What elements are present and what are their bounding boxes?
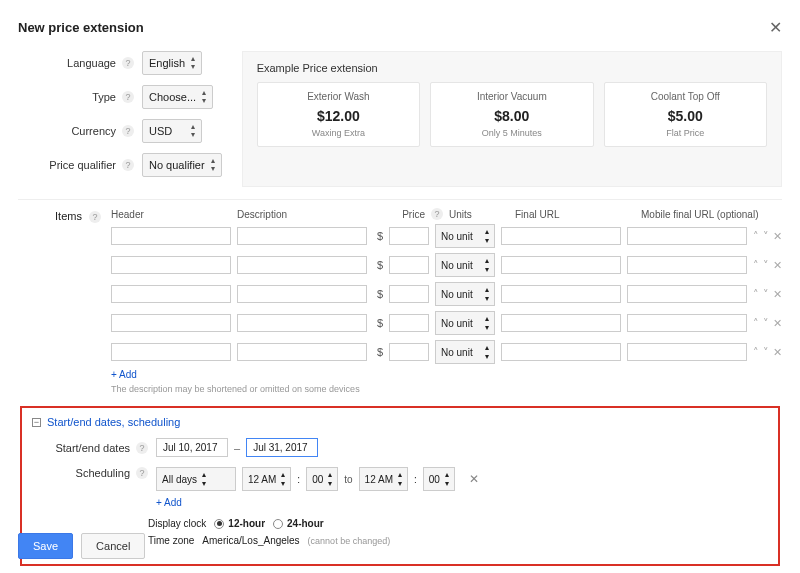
units-select[interactable]: No unit▴▾: [435, 340, 495, 364]
preview-title: Example Price extension: [257, 62, 767, 74]
units-select[interactable]: No unit▴▾: [435, 311, 495, 335]
description-input[interactable]: [237, 314, 367, 332]
help-icon[interactable]: ?: [136, 467, 148, 479]
type-select[interactable]: Choose...▴▾: [142, 85, 213, 109]
help-icon[interactable]: ?: [136, 442, 148, 454]
move-up-icon[interactable]: ˄: [753, 288, 759, 301]
final-url-input[interactable]: [501, 343, 621, 361]
description-input[interactable]: [237, 343, 367, 361]
item-row: $No unit▴▾˄˅✕: [111, 340, 782, 364]
move-down-icon[interactable]: ˅: [763, 346, 769, 359]
dates-label: Start/end dates: [32, 442, 132, 454]
header-input[interactable]: [111, 227, 231, 245]
mobile-url-input[interactable]: [627, 343, 747, 361]
timezone-value: America/Los_Angeles: [202, 535, 299, 546]
move-up-icon[interactable]: ˄: [753, 317, 759, 330]
clock-24-radio[interactable]: 24-hour: [273, 518, 324, 529]
description-input[interactable]: [237, 227, 367, 245]
description-input[interactable]: [237, 285, 367, 303]
col-price: Price: [373, 209, 425, 220]
remove-row-icon[interactable]: ✕: [773, 230, 782, 243]
col-final-url: Final URL: [515, 209, 635, 220]
currency-symbol: $: [373, 259, 383, 271]
header-input[interactable]: [111, 314, 231, 332]
add-item-link[interactable]: + Add: [111, 369, 782, 380]
header-input[interactable]: [111, 343, 231, 361]
language-select[interactable]: English▴▾: [142, 51, 202, 75]
start-date-input[interactable]: Jul 10, 2017: [156, 438, 228, 457]
remove-row-icon[interactable]: ✕: [773, 317, 782, 330]
price-input[interactable]: [389, 285, 429, 303]
add-schedule-link[interactable]: + Add: [156, 497, 479, 508]
help-icon[interactable]: ?: [89, 211, 101, 223]
units-select[interactable]: No unit▴▾: [435, 253, 495, 277]
move-up-icon[interactable]: ˄: [753, 259, 759, 272]
units-select[interactable]: No unit▴▾: [435, 224, 495, 248]
final-url-input[interactable]: [501, 227, 621, 245]
price-input[interactable]: [389, 343, 429, 361]
clock-12-radio[interactable]: 12-hour: [214, 518, 265, 529]
start-min-select[interactable]: 00▴▾: [306, 467, 338, 491]
day-select[interactable]: All days▴▾: [156, 467, 236, 491]
mobile-url-input[interactable]: [627, 256, 747, 274]
qualifier-select[interactable]: No qualifier▴▾: [142, 153, 222, 177]
collapse-icon: −: [32, 418, 41, 427]
final-url-input[interactable]: [501, 314, 621, 332]
units-select[interactable]: No unit▴▾: [435, 282, 495, 306]
mobile-url-input[interactable]: [627, 314, 747, 332]
help-icon[interactable]: ?: [122, 159, 134, 171]
clock-label: Display clock: [148, 518, 206, 529]
move-down-icon[interactable]: ˅: [763, 259, 769, 272]
help-icon[interactable]: ?: [122, 125, 134, 137]
help-icon[interactable]: ?: [431, 208, 443, 220]
chevron-updown-icon: ▴▾: [202, 470, 206, 488]
move-up-icon[interactable]: ˄: [753, 230, 759, 243]
remove-row-icon[interactable]: ✕: [773, 259, 782, 272]
description-input[interactable]: [237, 256, 367, 274]
currency-symbol: $: [373, 346, 383, 358]
price-input[interactable]: [389, 314, 429, 332]
end-hour-select[interactable]: 12 AM▴▾: [359, 467, 408, 491]
col-mobile-url: Mobile final URL (optional): [641, 209, 781, 220]
header-input[interactable]: [111, 256, 231, 274]
remove-schedule-icon[interactable]: ✕: [469, 472, 479, 486]
header-input[interactable]: [111, 285, 231, 303]
cancel-button[interactable]: Cancel: [81, 533, 145, 559]
start-hour-select[interactable]: 12 AM▴▾: [242, 467, 291, 491]
preview-card: Interior Vacuum $8.00 Only 5 Minutes: [430, 82, 593, 147]
timezone-label: Time zone: [148, 535, 194, 546]
move-up-icon[interactable]: ˄: [753, 346, 759, 359]
currency-symbol: $: [373, 288, 383, 300]
timezone-note: (cannot be changed): [308, 536, 391, 546]
remove-row-icon[interactable]: ✕: [773, 346, 782, 359]
col-units: Units: [449, 209, 509, 220]
currency-select[interactable]: USD▴▾: [142, 119, 202, 143]
move-down-icon[interactable]: ˅: [763, 288, 769, 301]
qualifier-label: Price qualifier: [18, 159, 118, 171]
price-input[interactable]: [389, 227, 429, 245]
move-down-icon[interactable]: ˅: [763, 317, 769, 330]
move-down-icon[interactable]: ˅: [763, 230, 769, 243]
scheduling-toggle[interactable]: − Start/end dates, scheduling: [32, 416, 768, 428]
currency-label: Currency: [18, 125, 118, 137]
col-header: Header: [111, 209, 231, 220]
close-icon[interactable]: ✕: [769, 18, 782, 37]
scheduling-label: Scheduling: [32, 467, 132, 479]
item-row: $No unit▴▾˄˅✕: [111, 282, 782, 306]
preview-panel: Example Price extension Exterior Wash $1…: [242, 51, 782, 187]
preview-card: Exterior Wash $12.00 Waxing Extra: [257, 82, 420, 147]
chevron-updown-icon: ▴▾: [191, 55, 195, 71]
item-row: $No unit▴▾˄˅✕: [111, 253, 782, 277]
end-date-input[interactable]: Jul 31, 2017: [246, 438, 318, 457]
mobile-url-input[interactable]: [627, 227, 747, 245]
help-icon[interactable]: ?: [122, 57, 134, 69]
help-icon[interactable]: ?: [122, 91, 134, 103]
final-url-input[interactable]: [501, 256, 621, 274]
mobile-url-input[interactable]: [627, 285, 747, 303]
end-min-select[interactable]: 00▴▾: [423, 467, 455, 491]
final-url-input[interactable]: [501, 285, 621, 303]
price-input[interactable]: [389, 256, 429, 274]
remove-row-icon[interactable]: ✕: [773, 288, 782, 301]
save-button[interactable]: Save: [18, 533, 73, 559]
preview-card: Coolant Top Off $5.00 Flat Price: [604, 82, 767, 147]
